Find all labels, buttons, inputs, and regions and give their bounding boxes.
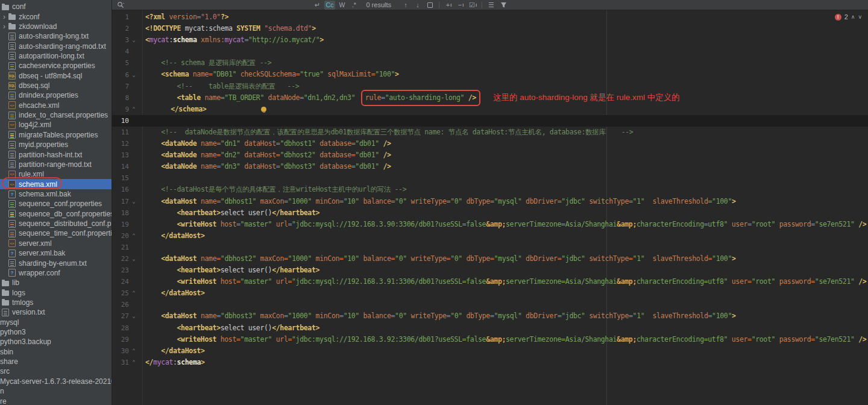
fold-close-icon[interactable]: ⌃ (129, 107, 139, 112)
tree-item[interactable]: ›zkdownload (0, 22, 112, 31)
tree-item[interactable]: sequence_time_conf.properties (0, 228, 112, 238)
tree-item[interactable]: partition-hash-int.txt (0, 149, 112, 159)
chevron-right-icon[interactable]: › (1, 13, 7, 21)
tree-item[interactable]: conf (0, 2, 112, 11)
code-line[interactable]: 16<!--dataHost是每个节点的具体配置，注意writeHost主机中的… (112, 184, 868, 195)
tree-item[interactable]: dnindex.properties (0, 90, 112, 100)
next-error-icon[interactable]: ∨ (858, 14, 862, 20)
code-line[interactable]: 5<!-- schema 是逻辑库的配置 --> (112, 57, 868, 69)
words-toggle[interactable]: W (336, 1, 347, 10)
tree-item[interactable]: mysql (0, 318, 112, 327)
code-line[interactable]: 6⌄<schema name="DB01" checkSQLschema="tr… (112, 69, 868, 80)
fold-close-icon[interactable]: ⌃ (129, 360, 139, 365)
tree-item[interactable]: auto-sharding-long.txt (0, 31, 112, 41)
tree-item[interactable]: ?wrapper.conf (0, 268, 112, 278)
tree-item[interactable]: <>log4j2.xml (0, 120, 112, 130)
tree-item[interactable]: SQLdbseq.sql (0, 81, 112, 90)
next-occurrence-button[interactable]: ↓ (412, 1, 423, 10)
tree-item[interactable]: SQLdbseq - utf8mb4.sql (0, 71, 112, 81)
code-line[interactable]: 24<writeHost host="master" url="jdbc:mys… (112, 276, 868, 287)
tree-item[interactable]: Mycat-server-1.6.7.3-release-20210913 (0, 377, 112, 386)
tree-item[interactable]: src (0, 366, 112, 376)
tree-item[interactable]: logs (0, 287, 112, 297)
add-occurrence-button[interactable]: +ll (443, 1, 454, 10)
code-line[interactable]: 14<dataNode name="dn3" dataHost="dbhost3… (112, 161, 868, 172)
intention-bulb-icon[interactable] (261, 107, 266, 112)
tree-item[interactable]: <>server.xml (0, 239, 112, 248)
code-line[interactable]: 22⌄<dataHost name="dbhost2" maxCon="1000… (112, 253, 868, 265)
tree-item[interactable]: cacheservice.properties (0, 61, 112, 71)
tree-item[interactable]: index_to_charset.properties (0, 110, 112, 120)
fold-close-icon[interactable]: ⌃ (129, 348, 139, 354)
code-line[interactable]: 11<!-- dataNode是数据节点的配置，该配置的意思是为db01数据库配… (112, 127, 868, 138)
tree-item[interactable]: ›zkconf (0, 11, 112, 21)
code-line[interactable]: 20⌃</dataHost> (112, 230, 868, 242)
tree-item[interactable]: sequence_conf.properties (0, 199, 112, 209)
code-line[interactable]: 30⌃</dataHost> (112, 345, 868, 357)
tree-item[interactable]: sequence_distributed_conf.proper (0, 219, 112, 228)
select-all-occurrences-button[interactable]: ☑ll (467, 1, 478, 10)
code-line[interactable]: 17⌄<dataHost name="dbhost1" maxCon="1000… (112, 196, 868, 207)
tree-item[interactable]: lib (0, 278, 112, 287)
regex-toggle[interactable]: .* (348, 1, 359, 10)
code-line[interactable]: 9⌃</schema> (112, 104, 868, 115)
code-line[interactable]: 19<writeHost host="master" url="jdbc:mys… (112, 219, 868, 230)
code-line[interactable]: 26 (112, 299, 868, 310)
chevron-right-icon[interactable]: › (1, 22, 7, 31)
fold-open-icon[interactable]: ⌄ (129, 37, 139, 43)
tree-item[interactable]: migrateTables.properties (0, 130, 112, 140)
tree-item[interactable]: sbin (0, 347, 112, 357)
search-input[interactable] (127, 1, 312, 10)
match-case-toggle[interactable]: Cc (324, 1, 336, 10)
inspections-widget[interactable]: ! 2 ∧ ∨ (835, 13, 862, 20)
tree-item[interactable]: sequence_db_conf.properties (0, 209, 112, 219)
tree-item[interactable]: tmlogs (0, 298, 112, 307)
tree-item[interactable]: share (0, 357, 112, 366)
code-line[interactable]: 23<heartbeat>select user()</heartbeat> (112, 265, 868, 276)
code-line[interactable]: 31⌃</mycat:schema> (112, 357, 868, 368)
code-line[interactable]: 13<dataNode name="dn2" dataHost="dbhost2… (112, 149, 868, 161)
fold-close-icon[interactable]: ⌃ (129, 233, 139, 239)
fold-open-icon[interactable]: ⌄ (129, 199, 139, 204)
tree-item[interactable]: python3 (0, 327, 112, 337)
code-line[interactable]: 10 (112, 115, 868, 127)
lines-icon[interactable]: ☰ (486, 1, 497, 10)
code-line[interactable]: 2<!DOCTYPE mycat:schema SYSTEM "schema.d… (112, 23, 868, 34)
fold-open-icon[interactable]: ⌄ (129, 313, 139, 319)
fold-open-icon[interactable]: ⌄ (129, 72, 139, 78)
tree-item[interactable]: python3.backup (0, 337, 112, 347)
tree-item[interactable]: autopartition-long.txt (0, 51, 112, 61)
code-editor[interactable]: 1<?xml version="1.0"?>2<!DOCTYPE mycat:s… (112, 10, 868, 405)
tree-item[interactable]: n (0, 386, 112, 396)
tree-item[interactable]: ?server.xml.bak (0, 248, 112, 258)
filter-icon[interactable] (498, 1, 509, 10)
remove-occurrence-button[interactable]: −ll (455, 1, 466, 10)
code-line[interactable]: 25⌃</dataHost> (112, 287, 868, 299)
code-line[interactable]: 27⌄<dataHost name="dbhost3" maxCon="1000… (112, 310, 868, 322)
code-line[interactable]: 21 (112, 242, 868, 253)
previous-occurrence-button[interactable]: ↑ (400, 1, 411, 10)
previous-error-icon[interactable]: ∧ (851, 14, 855, 20)
search-icon[interactable] (115, 1, 126, 10)
tree-item[interactable]: sharding-by-enum.txt (0, 258, 112, 268)
code-line[interactable]: 1<?xml version="1.0"?> (112, 11, 868, 23)
tree-item[interactable]: partition-range-mod.txt (0, 160, 112, 169)
code-line[interactable]: 4 (112, 46, 868, 57)
tree-item[interactable]: myid.properties (0, 140, 112, 149)
code-line[interactable]: 12<dataNode name="dn1" dataHost="dbhost1… (112, 138, 868, 149)
code-line[interactable]: 18<heartbeat>select user()</heartbeat> (112, 207, 868, 219)
fold-open-icon[interactable]: ⌄ (129, 256, 139, 262)
code-line[interactable]: 8<table name="TB_ORDER" dataNode="dn1,dn… (112, 92, 868, 104)
find-window-icon[interactable] (424, 1, 435, 10)
tree-item[interactable]: auto-sharding-rang-mod.txt (0, 41, 112, 51)
fold-close-icon[interactable]: ⌃ (129, 290, 139, 296)
newline-icon[interactable]: ↵ (312, 1, 323, 10)
code-line[interactable]: 28<heartbeat>select user()</heartbeat> (112, 322, 868, 334)
code-line[interactable]: 3⌄<mycat:schema xmlns:mycat="http://io.m… (112, 34, 868, 46)
tree-item[interactable]: ?schema.xml.bak (0, 189, 112, 199)
tree-item[interactable]: re (0, 396, 112, 405)
tree-item[interactable]: <>ehcache.xml (0, 101, 112, 110)
tree-item[interactable]: version.txt (0, 307, 112, 317)
code-line[interactable]: 29<writeHost host="master" url="jdbc:mys… (112, 334, 868, 345)
code-line[interactable]: 15 (112, 172, 868, 184)
